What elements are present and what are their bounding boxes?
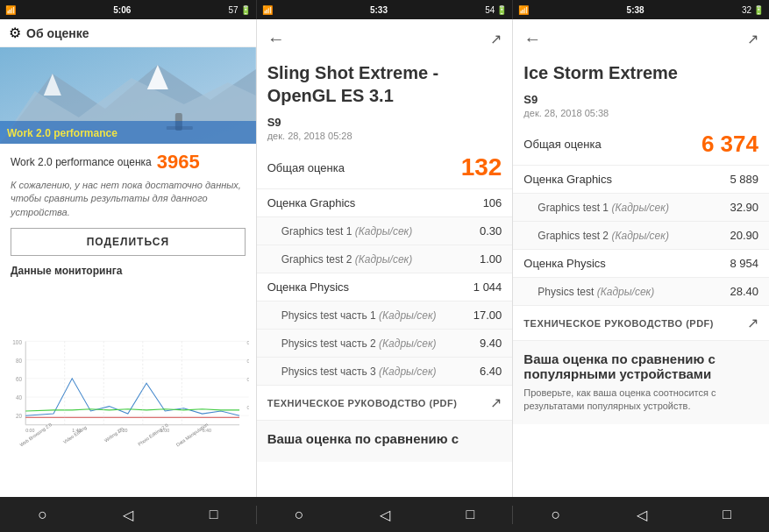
sb1-right: 57 🔋 — [229, 5, 251, 15]
panel3-back-btn[interactable]: ← — [523, 29, 541, 49]
nav-panel-1: ○ ◁ □ — [0, 506, 257, 524]
panel1-score-label: Work 2.0 performance оценка — [11, 156, 152, 168]
nav-bar: ○ ◁ □ ○ ◁ □ ○ ◁ □ — [0, 497, 769, 532]
status-bar-3: 📶 5:38 32 🔋 — [513, 0, 769, 19]
panel2-header: ← ↗ — [257, 19, 513, 58]
battery-icon: 57 — [229, 5, 239, 15]
panel3-graphics-label: Оценка Graphics — [523, 173, 612, 186]
panel3-pt1-label: Physics test (Кадры/сек) — [523, 286, 654, 298]
panel3-content: Общая оценка 6 374 Оценка Graphics 5 889… — [513, 124, 769, 497]
panel3-overall-row: Общая оценка 6 374 — [513, 124, 769, 166]
panel2-gt2-value: 1.00 — [480, 252, 502, 266]
nav2-home-btn[interactable]: ○ — [295, 506, 304, 524]
nav2-back-btn[interactable]: ◁ — [380, 507, 390, 523]
sb2-time: 5:33 — [370, 5, 388, 15]
panel-work: ⚙ Об оценке — [0, 19, 257, 497]
sb3-battery-num: 32 — [742, 5, 751, 15]
panel3-physics-label: Оценка Physics — [523, 257, 605, 270]
svg-text:6:40: 6:40 — [203, 428, 211, 433]
sb1-left: 📶 — [5, 5, 16, 15]
panel2-device: S9 — [257, 114, 513, 129]
main-content: ⚙ Об оценке — [0, 19, 769, 497]
nav3-back-btn[interactable]: ◁ — [637, 507, 647, 523]
panel2-graphics-label: Оценка Graphics — [267, 196, 356, 209]
panel2-row-gt1: Graphics test 1 (Кадры/сек) 0.30 — [257, 217, 513, 245]
sb2-battery-num: 54 — [485, 5, 495, 15]
panel2-title: Sling Shot Extreme - OpenGL ES 3.1 — [257, 58, 513, 114]
svg-text:0.8ГГц: 0.8ГГц — [247, 340, 249, 345]
svg-text:0.4ГГц: 0.4ГГц — [247, 377, 249, 382]
panel2-compare-section: Ваша оценка по сравнению с — [257, 421, 513, 462]
panel2-pt2-value: 9.40 — [480, 337, 502, 350]
panel2-gt2-label: Graphics test 2 (Кадры/сек) — [267, 253, 413, 266]
panel1-score-value: 3965 — [157, 151, 200, 174]
panel2-content: Общая оценка 132 Оценка Graphics 106 Gra… — [257, 146, 513, 497]
svg-text:100: 100 — [12, 339, 22, 345]
panel2-row-gt2: Graphics test 2 (Кадры/сек) 1.00 — [257, 245, 513, 273]
sb1-time: 5:06 — [113, 5, 131, 15]
panel1-topbar: ⚙ Об оценке — [0, 19, 256, 47]
panel1-hero-label: Work 2.0 performance — [7, 127, 117, 139]
panel2-overall-label: Общая оценка — [267, 161, 345, 174]
panel3-compare-desc: Проверьте, как ваша оценка соотносится с… — [523, 387, 758, 414]
sb3-right: 32 🔋 — [742, 5, 764, 15]
panel3-graphics-value: 5 889 — [730, 173, 758, 186]
sb3-left: 📶 — [518, 5, 529, 15]
panel3-title: Ice Storm Extreme — [513, 58, 769, 91]
nav3-recent-btn[interactable]: □ — [723, 507, 731, 522]
panel3-compare-section: Ваша оценка по сравнению с популярными у… — [513, 341, 769, 424]
panel3-overall-value: 6 374 — [701, 131, 758, 158]
nav-home-btn[interactable]: ○ — [38, 506, 47, 524]
sb3-battery-icon: 🔋 — [753, 5, 764, 15]
panel2-pt1-label: Physics test часть 1 (Кадры/сек) — [267, 309, 437, 322]
panel2-gt1-label: Graphics test 1 (Кадры/сек) — [267, 225, 413, 238]
panel1-hero-overlay: Work 2.0 performance — [0, 121, 256, 144]
panel2-pdf-share-icon[interactable]: ↗ — [490, 394, 502, 411]
panel3-date: дек. 28, 2018 05:38 — [513, 106, 769, 124]
status-bar-2: 📶 5:33 54 🔋 — [257, 0, 514, 19]
panel3-row-graphics: Оценка Graphics 5 889 — [513, 166, 769, 194]
panel2-compare-title: Ваша оценка по сравнению с — [267, 431, 502, 446]
gear-icon: ⚙ — [9, 25, 21, 41]
svg-text:20: 20 — [16, 414, 23, 420]
svg-text:60: 60 — [16, 376, 23, 382]
panel2-row-graphics: Оценка Graphics 106 — [257, 189, 513, 217]
svg-text:Web Browsing 2.0: Web Browsing 2.0 — [18, 422, 53, 448]
status-bar-row: 📶 5:06 57 🔋 📶 5:33 54 🔋 📶 5:38 — [0, 0, 769, 19]
nav2-recent-btn[interactable]: □ — [466, 507, 474, 522]
panel1-score-row: Work 2.0 performance оценка 3965 — [0, 144, 256, 175]
panel1-monitoring-title: Данные мониторинга — [0, 261, 256, 279]
nav-panel-3: ○ ◁ □ — [513, 506, 769, 524]
panel2-physics-value: 1 044 — [474, 280, 502, 294]
svg-text:Data Manipulation: Data Manipulation — [175, 422, 209, 447]
panel3-pdf-share-icon[interactable]: ↗ — [747, 315, 758, 331]
panel1-share-button[interactable]: ПОДЕЛИТЬСЯ — [11, 228, 246, 256]
svg-text:5:00: 5:00 — [160, 428, 169, 433]
svg-text:80: 80 — [16, 358, 23, 364]
panel3-header: ← ↗ — [513, 19, 769, 58]
panel2-share-btn[interactable]: ↗ — [490, 31, 502, 47]
panel2-date: дек. 28, 2018 05:28 — [257, 129, 513, 146]
nav3-home-btn[interactable]: ○ — [552, 506, 561, 524]
panel3-share-btn[interactable]: ↗ — [747, 31, 758, 47]
panel1-share-btn-container: ПОДЕЛИТЬСЯ — [0, 224, 256, 261]
sb2-right: 54 🔋 — [485, 5, 507, 15]
sb2-left: 📶 — [262, 5, 273, 15]
nav-recent-btn[interactable]: □ — [210, 507, 218, 522]
wifi-icon: 📶 — [262, 5, 273, 15]
signal-icon: 📶 — [5, 5, 16, 15]
nav-back-btn[interactable]: ◁ — [123, 507, 133, 523]
svg-text:0:00: 0:00 — [25, 428, 34, 433]
panel3-gt2-value: 20.90 — [730, 229, 758, 242]
panel3-row-physics: Оценка Physics 8 954 — [513, 250, 769, 278]
panel3-physics-value: 8 954 — [730, 257, 758, 270]
svg-text:0.6ГГц: 0.6ГГц — [247, 358, 249, 364]
panel2-pdf-row[interactable]: ТЕХНИЧЕСКОЕ РУКОВОДСТВО (PDF) ↗ — [257, 386, 513, 421]
panel3-overall-label: Общая оценка — [523, 138, 601, 151]
panel2-back-btn[interactable]: ← — [267, 29, 285, 49]
panel2-row-pt2: Physics test часть 2 (Кадры/сек) 9.40 — [257, 330, 513, 358]
panel2-graphics-value: 106 — [483, 196, 502, 209]
panel2-overall-value: 132 — [461, 153, 502, 181]
sb2-battery-icon: 🔋 — [496, 5, 507, 15]
panel3-pdf-row[interactable]: ТЕХНИЧЕСКОЕ РУКОВОДСТВО (PDF) ↗ — [513, 306, 769, 341]
